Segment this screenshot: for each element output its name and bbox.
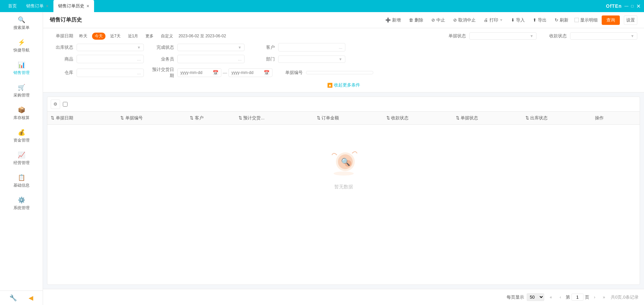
complete-status-select[interactable]: ▼ [177, 44, 245, 51]
col-customer-label: ⇅ 客户 [190, 115, 204, 120]
brand-text: OfTEn [606, 3, 622, 9]
tab-sales-order-close[interactable]: ✕ [46, 4, 49, 8]
col-out-stock[interactable]: ⇅ 出库状态 [522, 112, 592, 125]
calendar-to-icon[interactable]: 📅 [264, 70, 269, 75]
table-settings-icon[interactable]: ⚙ [51, 100, 60, 109]
purchase-icon: 🛒 [18, 84, 25, 91]
date-more-btn[interactable]: 更多 [143, 33, 156, 40]
settings-label: 设置 [626, 17, 635, 23]
date-custom-btn[interactable]: 自定义 [158, 33, 176, 40]
date-last7-btn[interactable]: 近7天 [108, 33, 123, 40]
sidebar-item-finance[interactable]: 💰 资金管理 [0, 125, 43, 147]
cancel-stop-button[interactable]: ⊘ 取消中止 [451, 16, 478, 25]
page-prev-btn[interactable]: ‹ [556, 293, 564, 301]
date-yesterday-btn[interactable]: 昨天 [77, 33, 90, 40]
tab-home-label: 首页 [8, 3, 17, 9]
delivery-date-to-input[interactable] [231, 70, 262, 75]
col-number[interactable]: ⇅ 单据编号 [117, 112, 186, 125]
sidebar-item-quicknav[interactable]: ⚡ 快捷导航 [0, 35, 43, 57]
print-button[interactable]: 🖨 打印 ▼ [482, 16, 505, 25]
sidebar-item-inventory[interactable]: 📦 库存核算 [0, 102, 43, 125]
col-bill-status[interactable]: ⇅ 单据状态 [453, 112, 522, 125]
collapse-button[interactable]: 🔼 收起更多条件 [327, 82, 360, 88]
sidebar-settings-icon[interactable]: 🔧 [9, 294, 17, 302]
sidebar-finance-label: 资金管理 [13, 138, 30, 143]
calendar-from-icon[interactable]: 📅 [213, 70, 218, 75]
sidebar-item-sales[interactable]: 📊 销售管理 [0, 57, 43, 80]
salesperson-dots[interactable]: ... [238, 56, 242, 62]
settings-button[interactable]: 设置 [624, 15, 637, 25]
sidebar-item-search[interactable]: 🔍 搜索菜单 [0, 12, 43, 35]
sidebar-item-operations[interactable]: 📈 经营管理 [0, 147, 43, 170]
customer-dots[interactable]: ... [339, 45, 342, 50]
add-button[interactable]: ➕ 新增 [383, 16, 403, 25]
warehouse-dots[interactable]: ... [137, 70, 141, 75]
sidebar-sales-label: 销售管理 [13, 70, 30, 76]
delivery-date-from[interactable]: 📅 [177, 68, 221, 77]
page-next-btn[interactable]: › [591, 293, 599, 301]
operations-icon: 📈 [18, 151, 25, 159]
data-table: ⇅ 单据日期 ⇅ 单据编号 ⇅ 客户 ⇅ 预计交货... [47, 112, 640, 125]
col-delivery[interactable]: ⇅ 预计交货... [235, 112, 313, 125]
goods-dots[interactable]: ... [137, 56, 141, 62]
date-filter-group: 昨天 今天 近7天 近1月 更多 自定义 [77, 33, 176, 40]
department-arrow-icon: ▼ [339, 57, 342, 61]
goods-input[interactable]: ... [77, 55, 144, 63]
print-icon: 🖨 [484, 17, 488, 23]
window-restore[interactable]: □ [631, 4, 634, 8]
col-date[interactable]: ⇅ 单据日期 [47, 112, 117, 125]
sidebar-item-system[interactable]: ⚙️ 系统管理 [0, 192, 43, 215]
sidebar-inventory-label: 库存核算 [13, 115, 30, 121]
display-toggle-checkbox[interactable] [574, 18, 579, 22]
customer-label: 客户 [251, 44, 278, 50]
col-amount[interactable]: ⇅ 订单金额 [313, 112, 383, 125]
tab-sales-order[interactable]: 销售订单 ✕ [22, 0, 53, 12]
delivery-date-from-input[interactable] [180, 70, 211, 75]
customer-input[interactable]: ... [278, 43, 345, 51]
window-minimize[interactable]: — [625, 4, 629, 8]
bill-number-select[interactable] [306, 71, 373, 74]
delete-button[interactable]: 🗑 删除 [407, 16, 425, 25]
display-toggle-label: 显示明细 [580, 17, 598, 23]
delivery-date-to[interactable]: 📅 [228, 68, 272, 77]
tab-home[interactable]: 首页 [3, 0, 22, 12]
import-button[interactable]: ⬇ 导入 [509, 16, 527, 25]
page-number-input[interactable] [571, 294, 584, 301]
refresh-button[interactable]: ↻ 刷新 [553, 16, 570, 25]
page-size-label: 每页显示 [507, 294, 524, 300]
date-last1month-btn[interactable]: 近1月 [125, 33, 141, 40]
page-first-btn[interactable]: « [547, 293, 555, 301]
department-select[interactable]: ▼ [278, 55, 345, 63]
sidebar-collapse-icon[interactable]: ◀ [29, 294, 33, 302]
basicinfo-icon: 📋 [18, 174, 25, 181]
table-toolbar: ⚙ [47, 97, 640, 112]
bill-status-select[interactable]: ▼ [469, 32, 536, 40]
out-stock-label: 出库状态 [50, 44, 77, 50]
toolbar: ➕ 新增 🗑 删除 ⊘ 中止 ⊘ 取消中止 🖨 打印 [383, 15, 637, 25]
out-stock-select[interactable]: ▼ [77, 44, 144, 51]
query-button[interactable]: 查询 [602, 15, 620, 25]
window-close[interactable]: ✕ [636, 3, 641, 9]
import-icon: ⬇ [511, 17, 515, 23]
col-customer[interactable]: ⇅ 客户 [186, 112, 235, 125]
select-all-checkbox[interactable] [63, 102, 68, 107]
payment-status-select[interactable]: ▼ [570, 32, 637, 40]
salesperson-input[interactable]: ... [177, 55, 245, 63]
sidebar-item-basicinfo[interactable]: 📋 基础信息 [0, 170, 43, 192]
col-delivery-label: ⇅ 预计交货... [239, 115, 264, 120]
department-label: 部门 [251, 56, 278, 62]
tab-sales-order-history[interactable]: 销售订单历史 ✕ [53, 0, 94, 12]
page-last-btn[interactable]: » [600, 293, 608, 301]
add-label: 新增 [392, 17, 401, 23]
page-size-select[interactable]: 10 20 50 100 [527, 293, 544, 301]
col-payment[interactable]: ⇅ 收款状态 [383, 112, 453, 125]
warehouse-input[interactable]: ... [77, 69, 144, 77]
export-button[interactable]: ⬆ 导出 [531, 16, 549, 25]
date-today-btn[interactable]: 今天 [92, 33, 105, 40]
page-size-dropdown[interactable]: 10 20 50 100 [527, 293, 544, 301]
stop-button[interactable]: ⊘ 中止 [429, 16, 447, 25]
tab-sales-order-history-close[interactable]: ✕ [86, 4, 89, 8]
sidebar-item-purchase[interactable]: 🛒 采购管理 [0, 80, 43, 102]
print-label: 打印 [489, 17, 498, 23]
col-amount-label: ⇅ 订单金额 [317, 115, 339, 120]
